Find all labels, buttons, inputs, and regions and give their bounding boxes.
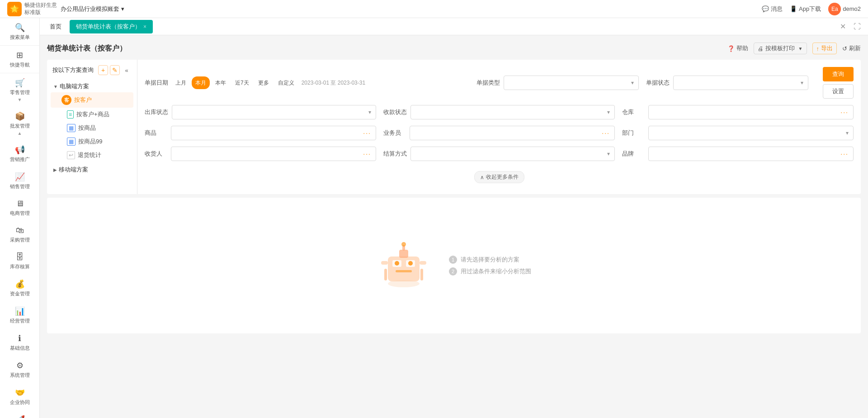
scheme-item-by-customer[interactable]: 客 按客户 (51, 92, 133, 108)
return-stats-icon: ↩ (67, 151, 75, 159)
sidebar-label-collab: 企业协同 (10, 399, 30, 406)
sidebar-item-wholesale[interactable]: 📦 批发管理 ▲ (0, 107, 39, 140)
query-button[interactable]: 查询 (823, 67, 854, 81)
retail-icon: 🛒 (15, 78, 25, 88)
collapse-button[interactable]: ∧ 收起更多条件 (474, 171, 524, 183)
nav-icon: ⊞ (16, 50, 23, 60)
filter-brand-input[interactable]: ··· (648, 147, 854, 161)
finance-icon: 💰 (15, 279, 25, 289)
scheme-edit-icon[interactable]: ✎ (110, 65, 120, 75)
filter-department-input[interactable]: ▾ (648, 126, 854, 140)
filter-date-item: 单据日期 上月 本月 本年 近7天 更多 自定义 2023-03-01 至 20… (145, 76, 469, 89)
filter-order-status-input[interactable]: ▾ (673, 76, 808, 90)
subtitle-dropdown[interactable]: 办公用品行业模拟账套 ▾ (61, 5, 124, 13)
help-button[interactable]: ❓ 帮助 (727, 44, 748, 52)
scheme-desktop-header[interactable]: ▼ 电脑端方案 (51, 81, 133, 92)
filter-receiver-item: 收货人 ··· (145, 147, 376, 161)
receiver-dots-icon[interactable]: ··· (363, 150, 371, 157)
date-btn-last-month[interactable]: 上月 (172, 76, 190, 89)
print-dropdown-icon: ▼ (798, 46, 803, 51)
sidebar-item-marketing[interactable]: 📢 营销推广 (0, 140, 39, 167)
sidebar-label-nav: 快捷导航 (10, 62, 30, 68)
page-title: 销货单统计表（按客户） (47, 44, 127, 53)
scheme-item-label-return: 退货统计 (78, 151, 101, 159)
scheme-mobile-header[interactable]: ▶ 移动端方案 (51, 164, 133, 176)
sidebar-item-finance[interactable]: 💰 资金管理 (0, 275, 39, 302)
filter-product-input[interactable]: ··· (171, 126, 376, 140)
message-button[interactable]: 💬 消息 (762, 5, 783, 13)
out-status-dropdown-icon: ▾ (368, 109, 371, 115)
sidebar-item-collab[interactable]: 🤝 企业协同 (0, 383, 39, 410)
filter-order-type-input[interactable]: ▾ (504, 76, 639, 90)
refresh-button[interactable]: ↺ 刷新 (842, 44, 861, 52)
sidebar-item-retail[interactable]: 🛒 零售管理 ▼ (0, 73, 39, 107)
mobile-group-label: 移动端方案 (59, 166, 88, 174)
filter-receiver-input[interactable]: ··· (171, 147, 376, 161)
product-dots-icon[interactable]: ··· (363, 129, 371, 137)
app-subtitle: 办公用品行业模拟账套 (61, 5, 119, 13)
sidebar-label-finance: 资金管理 (10, 290, 30, 297)
scheme-item-customer-product[interactable]: ≡ 按客户+商品 (56, 108, 133, 121)
date-btn-7days[interactable]: 近7天 (231, 76, 253, 89)
main-layout: 🔍 搜索菜单 ⊞ 快捷导航 🛒 零售管理 ▼ 📦 批发管理 ▲ 📢 营销推广 (0, 18, 868, 418)
svg-rect-7 (399, 250, 408, 258)
filter-row-2: 出库状态 ▾ 收款状态 ▾ (145, 105, 854, 119)
filter-settlement-input[interactable]: ▾ (410, 147, 615, 161)
filter-payment-status-input[interactable]: ▾ (410, 105, 615, 119)
date-btn-this-year[interactable]: 本年 (212, 76, 230, 89)
by-product-icon: ▦ (67, 124, 75, 132)
scheme-header-title: 按以下方案查询 (52, 66, 94, 74)
order-status-dropdown-icon: ▾ (801, 80, 803, 86)
sidebar-item-basic-info[interactable]: ℹ 基础信息 (0, 329, 39, 356)
scheme-item-return-stats[interactable]: ↩ 退货统计 (56, 148, 133, 162)
wholesale-icon: 📦 (15, 111, 25, 121)
sidebar-item-purchase[interactable]: 🛍 采购管理 (0, 221, 39, 248)
print-button[interactable]: 🖨 按模板打印 ▼ (754, 43, 807, 54)
filter-row-1: 单据日期 上月 本月 本年 近7天 更多 自定义 2023-03-01 至 20… (145, 67, 854, 99)
tab-close-icon[interactable]: × (143, 24, 146, 30)
scheme-item-by-product[interactable]: ▦ 按商品 (56, 121, 133, 135)
close-window-icon[interactable]: ✕ (837, 21, 848, 32)
sidebar-item-sales[interactable]: 📈 销售管理 (0, 167, 39, 195)
logo-line2: 标准版 (24, 9, 57, 16)
settings-button[interactable]: 设置 (823, 84, 854, 99)
tab-home[interactable]: 首页 (43, 20, 68, 33)
sidebar-item-ecommerce[interactable]: 🖥 电商管理 (0, 195, 39, 221)
filter-warehouse-input[interactable]: ··· (648, 105, 854, 119)
logo-line1: 畅捷信好生意 (24, 2, 57, 9)
filter-out-status-item: 出库状态 ▾ (145, 105, 376, 119)
date-filter: 上月 本月 本年 近7天 更多 自定义 2023-03-01 至 2023-03… (172, 76, 365, 89)
filter-out-status-input[interactable]: ▾ (172, 105, 376, 119)
brand-dots-icon[interactable]: ··· (840, 150, 849, 157)
sidebar-item-guide[interactable]: 🚀 新手引导 (0, 410, 39, 418)
logo-text: 畅捷信好生意 标准版 (24, 2, 57, 16)
app-download-button[interactable]: 📱 App下载 (790, 5, 821, 13)
scheme-add-icon[interactable]: + (98, 65, 108, 75)
filter-salesperson-input[interactable]: ··· (410, 126, 615, 140)
sidebar-item-management[interactable]: 📊 经营管理 (0, 302, 39, 329)
filter-department-item: 部门 ▾ (622, 126, 854, 140)
date-btn-custom[interactable]: 自定义 (274, 76, 298, 89)
sidebar-item-system[interactable]: ⚙ 系统管理 (0, 356, 39, 383)
salesperson-dots-icon[interactable]: ··· (602, 129, 610, 137)
date-btn-more[interactable]: 更多 (255, 76, 273, 89)
export-button[interactable]: ↑ 导出 (812, 43, 837, 54)
scheme-header: 按以下方案查询 + ✎ « (51, 63, 133, 77)
collapse-label: 收起更多条件 (486, 173, 519, 181)
sidebar-item-nav[interactable]: ⊞ 快捷导航 (0, 46, 39, 73)
date-btn-this-month[interactable]: 本月 (192, 76, 210, 89)
filter-payment-status-item: 收款状态 ▾ (383, 105, 615, 119)
step-1-text: 请先选择要分析的方案 (461, 256, 519, 264)
scheme-item-product99[interactable]: ▦ 按商品99 (56, 135, 133, 148)
sidebar-label-sales: 销售管理 (10, 183, 30, 190)
warehouse-dots-icon[interactable]: ··· (840, 109, 849, 116)
tab-active[interactable]: 销货单统计表（按客户） × (70, 20, 153, 33)
sidebar-item-search[interactable]: 🔍 搜索菜单 (0, 18, 39, 46)
maximize-window-icon[interactable]: ⛶ (852, 21, 863, 32)
filter-order-status-item: 单据状态 ▾ (646, 76, 808, 90)
sidebar-item-inventory[interactable]: 🗄 库存核算 (0, 248, 39, 275)
date-range-text: 2023-03-01 至 2023-03-31 (302, 79, 365, 87)
scheme-collapse-icon[interactable]: « (122, 65, 132, 75)
page-content: 销货单统计表（按客户） ❓ 帮助 🖨 按模板打印 ▼ ↑ (40, 35, 868, 418)
user-menu[interactable]: Ea demo2 (828, 3, 861, 15)
